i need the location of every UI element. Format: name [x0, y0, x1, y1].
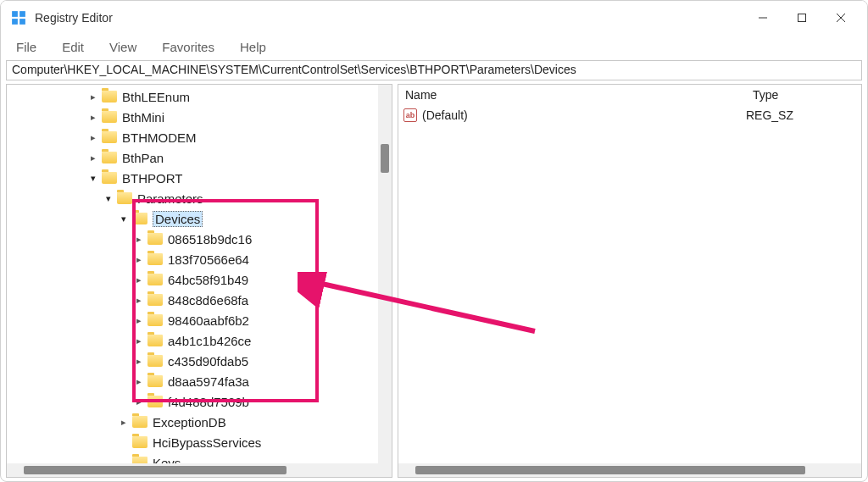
menu-file[interactable]: File: [4, 38, 48, 56]
menu-view[interactable]: View: [97, 38, 148, 56]
tree-item-label: d8aa5974fa3a: [168, 374, 249, 389]
folder-icon: [147, 233, 163, 245]
folder-icon: [147, 335, 163, 346]
tree-item[interactable]: ▸ ExceptionDB: [7, 412, 392, 432]
svg-rect-1: [19, 11, 25, 17]
chevron-down-icon[interactable]: ▾: [117, 212, 131, 225]
menu-edit[interactable]: Edit: [50, 38, 96, 56]
tree-item[interactable]: HciBypassServices: [7, 432, 392, 452]
window-title: Registry Editor: [35, 11, 743, 25]
chevron-right-icon[interactable]: ▸: [132, 232, 146, 246]
svg-rect-3: [19, 19, 25, 25]
tree-item[interactable]: ▸ 086518b9dc16: [7, 229, 392, 249]
tree-item[interactable]: ▸ BthLEEnum: [7, 86, 392, 107]
tree-item[interactable]: ▸ f4d488d7509b: [7, 391, 392, 412]
tree-item-label: 086518b9dc16: [168, 232, 252, 247]
tree-item[interactable]: ▸ BthMini: [7, 107, 392, 127]
tree-item[interactable]: ▸ BTHMODEM: [7, 127, 392, 147]
tree-item[interactable]: ▸ c435d90fdab5: [7, 351, 392, 371]
folder-icon: [102, 131, 117, 143]
chevron-right-icon[interactable]: ▸: [86, 130, 100, 144]
chevron-right-icon[interactable]: ▸: [132, 252, 146, 266]
folder-icon: [147, 396, 163, 407]
close-icon: [837, 14, 845, 22]
folder-icon: [132, 416, 147, 428]
list-body: ab (Default) REG_SZ: [398, 105, 861, 125]
value-type: REG_SZ: [746, 108, 861, 122]
folder-icon: [117, 192, 132, 204]
chevron-right-icon[interactable]: ▸: [132, 313, 146, 327]
chevron-right-icon[interactable]: ▸: [132, 395, 146, 408]
tree-item-label: ExceptionDB: [153, 415, 226, 429]
chevron-right-icon[interactable]: ▸: [86, 151, 100, 164]
minimize-button[interactable]: [743, 2, 782, 34]
value-name: (Default): [422, 108, 468, 122]
scrollbar-thumb[interactable]: [415, 466, 805, 474]
chevron-down-icon[interactable]: ▾: [102, 191, 115, 205]
folder-icon: [147, 314, 163, 326]
expander-spacer: [117, 435, 131, 449]
tree-item-label: BthMini: [122, 110, 164, 125]
tree-item[interactable]: ▸ 98460aabf6b2: [7, 310, 392, 330]
title-bar: Registry Editor: [1, 1, 867, 35]
menu-bar: File Edit View Favorites Help: [1, 35, 867, 58]
tree-item[interactable]: ▾ BTHPORT: [7, 168, 392, 188]
scrollbar-thumb[interactable]: [24, 466, 287, 474]
chevron-right-icon[interactable]: ▸: [132, 334, 146, 347]
svg-rect-4: [798, 14, 806, 22]
menu-favorites[interactable]: Favorites: [150, 38, 226, 56]
list-row[interactable]: ab (Default) REG_SZ: [398, 105, 861, 125]
column-header-name[interactable]: Name: [398, 86, 746, 104]
tree-item[interactable]: ▸ 64bc58f91b49: [7, 269, 392, 290]
tree-item[interactable]: ▸ 183f70566e64: [7, 249, 392, 269]
tree-item-label: 64bc58f91b49: [168, 273, 248, 287]
chevron-right-icon[interactable]: ▸: [132, 374, 146, 388]
folder-icon: [102, 172, 117, 184]
chevron-right-icon[interactable]: ▸: [132, 293, 146, 307]
tree-item-label: BthLEEnum: [122, 90, 190, 104]
folder-icon: [102, 111, 117, 123]
regedit-icon: [11, 10, 26, 25]
tree-item[interactable]: ▸ a4b1c1b426ce: [7, 330, 392, 351]
folder-icon: [132, 213, 147, 224]
tree-item-label: HciBypassServices: [153, 435, 261, 450]
chevron-right-icon[interactable]: ▸: [86, 110, 100, 124]
folder-icon: [147, 355, 163, 367]
maximize-button[interactable]: [782, 2, 821, 34]
tree-item-label: BTHMODEM: [122, 130, 197, 145]
column-header-type[interactable]: Type: [746, 86, 861, 104]
tree-item-label: a4b1c1b426ce: [168, 334, 251, 348]
folder-icon: [147, 274, 163, 285]
tree-item[interactable]: ▾ Devices: [7, 208, 392, 229]
folder-icon: [147, 294, 163, 306]
svg-rect-2: [12, 19, 18, 25]
address-bar[interactable]: Computer\HKEY_LOCAL_MACHINE\SYSTEM\Curre…: [6, 60, 862, 80]
menu-help[interactable]: Help: [228, 38, 278, 56]
tree-pane: ▸ BthLEEnum ▸ BthMini ▸ BTHMODEM ▸ BthPa…: [6, 84, 392, 478]
chevron-right-icon[interactable]: ▸: [132, 273, 146, 286]
chevron-right-icon[interactable]: ▸: [86, 90, 100, 103]
tree-item[interactable]: ▸ BthPan: [7, 147, 392, 168]
horizontal-scrollbar[interactable]: [7, 463, 392, 477]
tree-item-label: Devices: [153, 211, 203, 227]
chevron-right-icon[interactable]: ▸: [132, 354, 146, 368]
tree-item[interactable]: ▸ 848c8d6e68fa: [7, 290, 392, 310]
values-pane: Name Type ab (Default) REG_SZ: [398, 84, 862, 478]
minimize-icon: [759, 14, 767, 22]
tree-item-label: BTHPORT: [122, 171, 182, 186]
tree-item-label: 183f70566e64: [168, 252, 249, 267]
scrollbar-thumb[interactable]: [381, 144, 389, 173]
chevron-right-icon[interactable]: ▸: [117, 415, 131, 429]
registry-tree[interactable]: ▸ BthLEEnum ▸ BthMini ▸ BTHMODEM ▸ BthPa…: [7, 85, 392, 477]
vertical-scrollbar[interactable]: [378, 85, 392, 463]
tree-item[interactable]: ▸ d8aa5974fa3a: [7, 371, 392, 391]
tree-item-label: Parameters: [137, 191, 203, 206]
maximize-icon: [798, 14, 806, 22]
horizontal-scrollbar[interactable]: [398, 463, 861, 477]
folder-icon: [147, 375, 163, 387]
chevron-down-icon[interactable]: ▾: [86, 171, 100, 185]
close-button[interactable]: [821, 2, 860, 34]
tree-item-label: BthPan: [122, 151, 164, 165]
folder-icon: [147, 253, 163, 265]
tree-item[interactable]: ▾ Parameters: [7, 188, 392, 208]
